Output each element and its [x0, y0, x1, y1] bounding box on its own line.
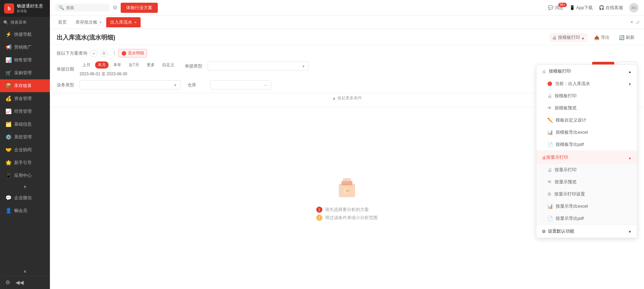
settings-icon[interactable]: ⚙: [5, 279, 10, 286]
system-icon: ⚙️: [5, 134, 11, 140]
template-custom-item[interactable]: ✏️ 模板自定义设计: [536, 114, 637, 126]
export-btn-label: 导出: [601, 34, 610, 41]
step-2-num: 2: [316, 215, 322, 221]
sidebar-item-sales[interactable]: 📊 销售管理: [0, 54, 50, 67]
display-print-section-header[interactable]: 🖨 按显示打印: [536, 151, 637, 164]
filter-collapse-btn[interactable]: 《: [111, 50, 116, 56]
app-download-btn[interactable]: 📱 App下载: [569, 5, 593, 11]
date-tab-more[interactable]: 更多: [144, 61, 157, 69]
topbar: 🔍 ⚙ 体验行业方案 💬 消息 99+ 📱 App下载 🎧 在线客服 Rit: [50, 0, 644, 16]
page-header: 出入库流水(流水明细) 🖨 按模板打印 📤 导出 🔄 刷新: [50, 29, 644, 45]
sidebar-search[interactable]: 🔍 搜索菜单: [0, 17, 50, 28]
current-template-item[interactable]: 🔴 当前：出入库流水: [536, 78, 637, 90]
user-avatar[interactable]: Rit: [629, 3, 639, 12]
date-tab-this-month[interactable]: 本月: [95, 61, 109, 69]
sidebar-item-operation[interactable]: 📈 经营管理: [0, 105, 50, 118]
date-tab-this-year[interactable]: 本年: [111, 61, 124, 69]
tab-in-out-flow-close[interactable]: ×: [134, 20, 136, 24]
filter-header: 按以下方案查询 + ⚙ 《 🔴 流水明细: [57, 49, 637, 57]
topbar-right: 💬 消息 99+ 📱 App下载 🎧 在线客服 Rit: [548, 3, 639, 12]
display-print-section-label: 按显示打印: [546, 154, 568, 160]
sidebar-item-guide[interactable]: 🌟 新手引导: [0, 156, 50, 169]
sidebar-item-member[interactable]: 👤 畅会员: [0, 204, 50, 217]
warehouse-select[interactable]: ···: [210, 80, 271, 89]
template-print-section-header[interactable]: 🖨 按模板打印: [536, 65, 637, 78]
date-tab-last-7[interactable]: 近7天: [126, 61, 142, 69]
sidebar-item-wechat[interactable]: 💬 企业微信: [0, 191, 50, 204]
filter-settings-btn[interactable]: ⚙: [100, 50, 108, 57]
filter-tag-label: 流水明细: [128, 50, 144, 56]
sidebar-scroll-up[interactable]: ▲: [0, 266, 50, 275]
customer-service-btn[interactable]: 🎧 在线客服: [599, 5, 623, 11]
tab-batch-account-close[interactable]: ×: [99, 20, 101, 24]
date-tab-prev-month[interactable]: 上月: [80, 61, 93, 69]
sidebar-item-purchase[interactable]: 🛒 采购管理: [0, 67, 50, 79]
display-preview-item[interactable]: 👁 按显示预览: [536, 176, 637, 188]
sidebar-item-system[interactable]: ⚙️ 系统管理: [0, 131, 50, 143]
filter-label: 按以下方案查询: [57, 50, 87, 56]
display-export-excel-icon: 📊: [547, 204, 553, 209]
step-1-text: 请先选择要分析的方案: [325, 207, 369, 213]
topbar-search-input[interactable]: [66, 5, 100, 10]
set-default-footer[interactable]: ⚙ 设置默认功能: [536, 225, 637, 238]
refresh-icon: 🔄: [619, 35, 624, 40]
trial-btn[interactable]: 体验行业方案: [121, 3, 158, 13]
topbar-search-area[interactable]: 🔍: [55, 4, 109, 11]
sidebar-item-basic[interactable]: 🗂️ 基础信息: [0, 118, 50, 131]
sidebar-item-label: 企业协同: [14, 147, 32, 153]
tab-batch-account[interactable]: 库存批次账 ×: [71, 17, 106, 27]
svg-text:😊: 😊: [345, 188, 350, 193]
sidebar-nav: ⚡ 快捷导航 📢 营销推广 📊 销售管理 🛒 采购管理 📦 库存核算 💰 资金管…: [0, 28, 50, 266]
collapse-sidebar-icon[interactable]: ◀◀: [16, 279, 24, 286]
template-preview-item[interactable]: 👁 按模板预览: [536, 102, 637, 114]
filter-field-warehouse: 仓库 ···: [187, 80, 309, 89]
display-export-excel-item[interactable]: 📊 按显示导出excel: [536, 200, 637, 212]
sidebar-scroll-down[interactable]: ▼: [0, 182, 50, 191]
doc-type-select[interactable]: [208, 61, 309, 71]
date-tab-custom[interactable]: 自定义: [159, 61, 177, 69]
business-type-select[interactable]: [80, 80, 181, 89]
tabbar-close-all-btn[interactable]: ×: [630, 19, 633, 25]
display-print-item[interactable]: 🖨 按显示打印: [536, 164, 637, 176]
doc-type-label: 单据类型: [185, 63, 205, 69]
template-export-pdf-label: 按模板导出pdf: [556, 141, 584, 148]
empty-step-1: 1 请先选择要分析的方案: [316, 207, 378, 213]
tab-in-out-flow[interactable]: 出入库流水 ×: [106, 17, 140, 27]
sidebar-item-label: 基础信息: [14, 121, 32, 127]
template-export-pdf-item[interactable]: 📄 按模板导出pdf: [536, 138, 637, 151]
sidebar-item-label: 经营管理: [14, 108, 32, 114]
display-export-pdf-item[interactable]: 📄 按显示导出pdf: [536, 212, 637, 225]
sidebar-item-app-center[interactable]: 📱 应用中心: [0, 169, 50, 182]
wechat-icon: 💬: [5, 195, 11, 201]
template-print-item-label: 按模板打印: [555, 93, 577, 99]
export-btn[interactable]: 📤 导出: [591, 33, 612, 42]
app-download-icon: 📱: [569, 5, 575, 10]
message-btn[interactable]: 💬 消息 99+: [548, 5, 563, 11]
sidebar-item-coop[interactable]: 🤝 企业协同: [0, 143, 50, 156]
template-export-excel-item[interactable]: 📊 按模板导出excel: [536, 126, 637, 138]
tab-batch-account-label: 库存批次账: [76, 19, 97, 25]
sidebar-item-marketing[interactable]: 📢 营销推广: [0, 41, 50, 54]
guide-icon: 🌟: [5, 160, 11, 166]
display-print-item-label: 按显示打印: [555, 167, 577, 173]
page-actions: 🖨 按模板打印 📤 导出 🔄 刷新: [550, 33, 637, 42]
sidebar-item-label: 销售管理: [14, 57, 32, 63]
template-print-item[interactable]: 🖨 按模板打印: [536, 90, 637, 102]
tabbar-expand-btn[interactable]: ⤢: [636, 20, 640, 25]
filter-add-btn[interactable]: +: [90, 50, 97, 57]
sidebar-logo: b 畅捷通好生意 标准版: [0, 0, 50, 17]
sidebar-item-finance[interactable]: 💰 资金管理: [0, 92, 50, 105]
finance-icon: 💰: [5, 96, 11, 102]
display-print-settings-item[interactable]: ⚙ 按显示打印设置: [536, 188, 637, 200]
tabbar: 首页 库存批次账 × 出入库流水 × × ⤢: [50, 16, 644, 29]
print-template-btn[interactable]: 🖨 按模板打印: [550, 33, 587, 42]
tab-home[interactable]: 首页: [54, 17, 71, 27]
sidebar-bottom: ⚙ ◀◀: [0, 275, 50, 289]
sidebar-item-inventory[interactable]: 📦 库存核算: [0, 79, 50, 92]
sidebar-item-quick-nav[interactable]: ⚡ 快捷导航: [0, 28, 50, 41]
refresh-btn[interactable]: 🔄 刷新: [616, 33, 637, 42]
filter-tag-chip[interactable]: 🔴 流水明细: [118, 49, 147, 57]
display-print-settings-label: 按显示打印设置: [554, 191, 585, 197]
template-custom-icon: ✏️: [547, 117, 553, 123]
topbar-gear-icon[interactable]: ⚙: [113, 4, 117, 11]
